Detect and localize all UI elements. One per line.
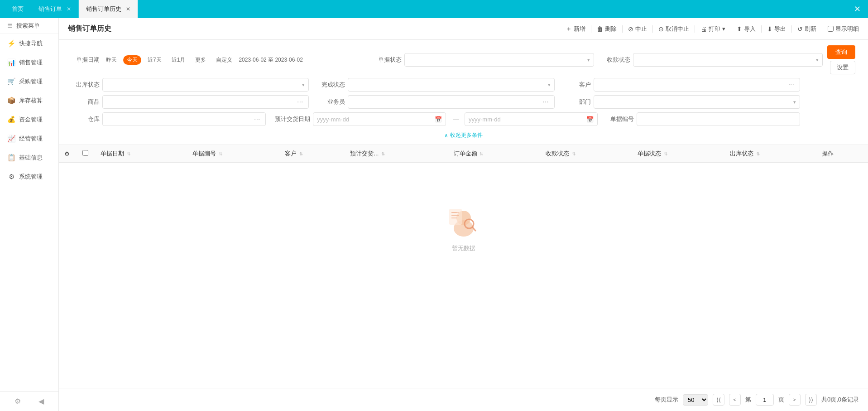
page-label: 页 xyxy=(778,396,784,404)
th-date-sort-icon: ⇅ xyxy=(127,151,130,156)
th-order-no[interactable]: 单据编号 ⇅ xyxy=(187,145,279,163)
filter-dept: 部门 ▾ xyxy=(559,95,805,109)
new-label: 新增 xyxy=(574,25,585,33)
new-button[interactable]: ＋ 新增 xyxy=(566,25,585,33)
sidebar-item-purchase-mgmt[interactable]: 🛒 采购管理 xyxy=(0,72,58,91)
sidebar-item-quick-nav[interactable]: ⚡ 快捷导航 xyxy=(0,34,58,53)
first-page-button[interactable]: ⟨⟨ xyxy=(713,394,724,406)
cancel-stop-button[interactable]: ⊙ 取消中止 xyxy=(658,25,689,33)
salesperson-input[interactable]: ··· xyxy=(348,95,554,109)
filter-right-buttons: 查询 设置 xyxy=(827,45,859,74)
delete-button[interactable]: 🗑 删除 xyxy=(597,25,617,33)
warehouse-input[interactable]: ··· xyxy=(102,112,266,126)
filter-area: 单据日期 昨天 今天 近7天 近1月 更多 自定义 2023-06-02 至 2… xyxy=(59,40,868,145)
dept-select[interactable]: ▾ xyxy=(594,95,800,109)
payment-status-select[interactable]: ▾ xyxy=(633,53,823,67)
th-date[interactable]: 单据日期 ⇅ xyxy=(95,145,187,163)
complete-status-select[interactable]: ▾ xyxy=(348,78,554,92)
sidebar-item-ops-mgmt[interactable]: 📈 经营管理 xyxy=(0,129,58,148)
th-order-status[interactable]: 单据状态 ⇅ xyxy=(632,145,724,163)
warehouse-dots-icon[interactable]: ··· xyxy=(252,115,262,123)
sidebar-item-search-menu[interactable]: ☰ 搜索菜单 xyxy=(0,18,58,34)
tab-sales-order[interactable]: 销售订单 ✕ xyxy=(31,0,79,18)
filter-settings-button[interactable]: 设置 xyxy=(830,61,855,74)
select-all-checkbox[interactable] xyxy=(82,150,88,156)
tab-sales-order-history[interactable]: 销售订单历史 ✕ xyxy=(79,0,138,18)
sidebar-item-finance-mgmt[interactable]: 💰 资金管理 xyxy=(0,110,58,129)
th-order-status-sort-icon: ⇅ xyxy=(664,151,667,156)
goods-input[interactable]: ··· xyxy=(102,95,309,109)
stop-button[interactable]: ⊘ 中止 xyxy=(628,25,647,33)
settings-icon[interactable]: ⚙ xyxy=(64,150,70,157)
total-text: 共0页,0条记录 xyxy=(821,396,859,404)
sidebar-item-base-info[interactable]: 📋 基础信息 xyxy=(0,148,58,167)
sidebar-item-sales-mgmt[interactable]: 📊 销售管理 xyxy=(0,53,58,72)
filter-order-no: 单据编号 xyxy=(602,112,805,126)
calendar-end-icon[interactable]: 📅 xyxy=(586,116,594,123)
display-detail-checkbox[interactable] xyxy=(828,26,834,32)
display-detail-checkbox-label[interactable]: 显示明细 xyxy=(828,25,859,33)
sidebar: ☰ 搜索菜单 ⚡ 快捷导航 📊 销售管理 🛒 采购管理 📦 库存核算 💰 资金管… xyxy=(0,18,59,411)
salesperson-label: 业务员 xyxy=(318,98,345,106)
salesperson-dots-icon[interactable]: ··· xyxy=(541,98,550,106)
sidebar-item-inventory-mgmt[interactable]: 📦 库存核算 xyxy=(0,91,58,110)
filter-warehouse: 仓库 ··· xyxy=(68,112,270,126)
page-number-input[interactable] xyxy=(756,394,774,406)
out-status-select[interactable]: ▾ xyxy=(102,78,309,92)
print-button[interactable]: 🖨 打印 ▾ xyxy=(700,25,725,33)
date-opt-more[interactable]: 更多 xyxy=(192,55,210,65)
th-amount[interactable]: 订单金额 ⇅ xyxy=(448,145,540,163)
th-checkbox[interactable] xyxy=(77,145,95,163)
th-order-no-sort-icon: ⇅ xyxy=(219,151,222,156)
refresh-button[interactable]: ↺ 刷新 xyxy=(797,25,816,33)
ops-mgmt-icon: 📈 xyxy=(7,135,15,143)
date-opt-custom[interactable]: 自定义 xyxy=(212,55,236,65)
th-expected-date[interactable]: 预计交货... ⇅ xyxy=(345,145,448,163)
tab-sales-order-close[interactable]: ✕ xyxy=(67,6,71,12)
date-opt-last1m[interactable]: 近1月 xyxy=(168,55,189,65)
dept-caret: ▾ xyxy=(793,99,796,105)
date-opt-yesterday[interactable]: 昨天 xyxy=(102,55,120,65)
svg-rect-7 xyxy=(449,209,462,225)
export-button[interactable]: ⬇ 导出 xyxy=(767,25,786,33)
tab-sales-order-history-close[interactable]: ✕ xyxy=(126,6,130,12)
refresh-icon: ↺ xyxy=(797,25,803,33)
order-status-select[interactable]: ▾ xyxy=(404,53,594,67)
th-settings[interactable]: ⚙ xyxy=(59,145,77,163)
collapse-button[interactable]: ∧ 收起更多条件 xyxy=(444,130,483,139)
page-size-select[interactable]: 20 50 100 xyxy=(683,394,708,406)
table-container: ⚙ 单据日期 ⇅ 单据编号 ⇅ xyxy=(59,145,868,388)
customer-input[interactable]: ··· xyxy=(594,78,800,92)
last-page-button[interactable]: ⟩⟩ xyxy=(805,394,817,406)
import-button[interactable]: ⬆ 导入 xyxy=(737,25,756,33)
sidebar-collapse-button[interactable]: ◀ xyxy=(38,397,44,406)
expected-date-end[interactable]: yyyy-mm-dd 📅 xyxy=(465,112,598,126)
calendar-start-icon[interactable]: 📅 xyxy=(435,116,442,123)
cancel-stop-icon: ⊙ xyxy=(658,25,664,33)
th-payment-status-label: 收款状态 xyxy=(546,150,569,157)
goods-dots-icon[interactable]: ··· xyxy=(295,98,305,106)
payment-status-label: 收款状态 xyxy=(603,56,630,64)
table-header: ⚙ 单据日期 ⇅ 单据编号 ⇅ xyxy=(59,145,868,163)
customer-dots-icon[interactable]: ··· xyxy=(786,81,796,89)
expected-date-start[interactable]: yyyy-mm-dd 📅 xyxy=(313,112,446,126)
th-operations-label: 操作 xyxy=(822,150,834,157)
export-label: 导出 xyxy=(774,25,786,33)
print-label: 打印 xyxy=(709,25,720,33)
order-no-input[interactable] xyxy=(637,112,800,126)
th-payment-status[interactable]: 收款状态 ⇅ xyxy=(540,145,632,163)
next-page-button[interactable]: ＞ xyxy=(789,394,801,406)
tab-home[interactable]: 首页 xyxy=(5,0,31,18)
window-close-button[interactable]: ✕ xyxy=(851,3,863,15)
prev-page-button[interactable]: ＜ xyxy=(729,394,741,406)
empty-row: 暂无数据 xyxy=(59,163,868,289)
date-opt-last7[interactable]: 近7天 xyxy=(144,55,165,65)
filter-goods: 商品 ··· xyxy=(68,95,313,109)
tab-home-label: 首页 xyxy=(12,5,24,13)
th-customer[interactable]: 客户 ⇅ xyxy=(279,145,345,163)
query-button[interactable]: 查询 xyxy=(827,45,855,59)
th-out-status[interactable]: 出库状态 ⇅ xyxy=(724,145,816,163)
sidebar-item-sys-mgmt[interactable]: ⚙ 系统管理 xyxy=(0,167,58,186)
date-opt-today[interactable]: 今天 xyxy=(123,55,141,65)
sidebar-settings-button[interactable]: ⚙ xyxy=(14,397,21,406)
